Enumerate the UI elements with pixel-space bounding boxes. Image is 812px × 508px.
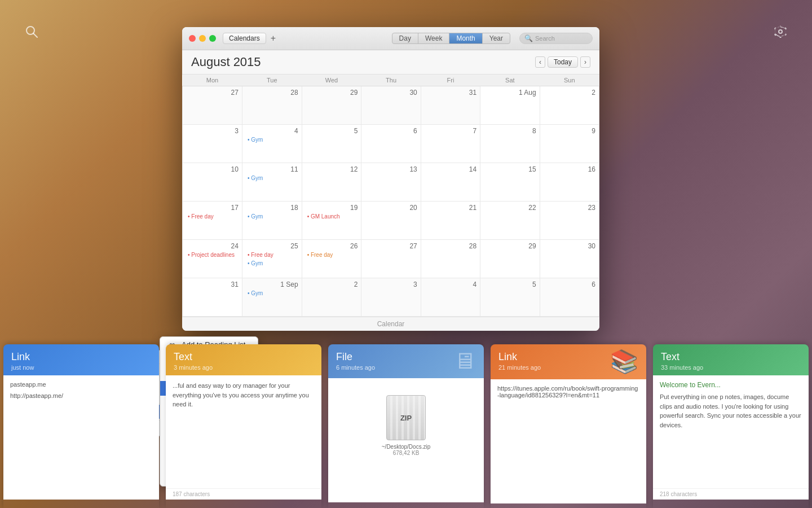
cal-cell[interactable]: 2	[302, 278, 361, 317]
cal-cell[interactable]: 30	[361, 86, 421, 125]
tab-day[interactable]: Day	[392, 33, 418, 43]
close-button[interactable]	[189, 35, 196, 42]
cal-cell[interactable]: 13	[361, 163, 421, 202]
cal-day-number: 6	[544, 281, 595, 288]
cal-day-number: 2	[544, 89, 595, 97]
cal-cell[interactable]: 1 Aug	[480, 86, 540, 125]
gear-icon[interactable]	[774, 25, 787, 41]
cal-cell[interactable]: 25• Free day• Gym	[242, 240, 302, 278]
cal-event[interactable]: • Gym	[246, 136, 298, 143]
cal-day-number: 6	[365, 127, 417, 135]
cal-event[interactable]: • GM Launch	[306, 213, 358, 220]
cal-cell[interactable]: 8	[480, 125, 540, 163]
cal-cell[interactable]: 16	[540, 163, 599, 202]
cal-day-number: 27	[365, 242, 417, 250]
cal-day-number: 24	[186, 242, 239, 250]
day-header-thu: Thu	[361, 75, 421, 86]
cal-cell[interactable]: 23	[540, 202, 599, 240]
cal-cell[interactable]: 27	[183, 86, 242, 125]
cal-cell[interactable]: 4	[421, 278, 480, 317]
tab-year[interactable]: Year	[483, 33, 510, 43]
finder-icon: 🖥	[453, 348, 476, 374]
card-body-1: pasteapp.me http://pasteapp.me/	[3, 375, 159, 500]
cal-cell[interactable]: 31	[421, 86, 480, 125]
cal-cell[interactable]: 15	[480, 163, 540, 202]
cal-cell[interactable]: 4• Gym	[242, 125, 302, 163]
cal-cell[interactable]: 2	[540, 86, 599, 125]
today-button[interactable]: Today	[548, 56, 578, 68]
cal-cell[interactable]: 29	[302, 86, 361, 125]
calendar-search[interactable]: 🔍 Search	[519, 33, 593, 44]
cal-cell[interactable]: 6	[361, 125, 421, 163]
ibooks-icon: 📚	[610, 348, 638, 375]
card-file-3[interactable]: File 6 minutes ago 🖥 ZIP ~/Desktop/Docs.…	[328, 344, 484, 508]
calendar-grid: Mon Tue Wed Thu Fri Sat Sun 27282930311 …	[182, 75, 599, 317]
cal-cell[interactable]: 10	[183, 163, 242, 202]
cal-day-number: 28	[425, 242, 476, 250]
cal-day-number: 15	[484, 165, 536, 173]
cal-cell[interactable]: 28	[421, 240, 480, 278]
cal-cell[interactable]: 20	[361, 202, 421, 240]
fullscreen-button[interactable]	[209, 35, 216, 42]
card-link-4[interactable]: Link 21 minutes ago 📚 https://itunes.app…	[491, 344, 646, 508]
tab-month[interactable]: Month	[449, 33, 482, 43]
cal-cell[interactable]: 11• Gym	[242, 163, 302, 202]
card-body-3: ZIP ~/Desktop/Docs.zip 678,42 KB	[328, 378, 484, 502]
cal-cell[interactable]: 12	[302, 163, 361, 202]
cal-cell[interactable]: 31	[183, 278, 242, 317]
cal-cell[interactable]: 17• Free day	[183, 202, 242, 240]
cal-day-number: 30	[365, 89, 417, 97]
search-icon[interactable]	[25, 25, 38, 41]
next-month-button[interactable]: ›	[580, 56, 590, 68]
cal-day-number: 30	[544, 242, 595, 250]
cal-event[interactable]: • Free day	[246, 251, 298, 259]
cal-cell[interactable]: 5	[480, 278, 540, 317]
cal-cell[interactable]: 26• Free day	[302, 240, 361, 278]
cal-cell[interactable]: 5	[302, 125, 361, 163]
calendars-button[interactable]: Calendars	[223, 33, 266, 44]
cal-cell[interactable]: 6	[540, 278, 599, 317]
cal-day-number: 13	[365, 165, 417, 173]
cal-cell[interactable]: 7	[421, 125, 480, 163]
card-chars-2: 187 characters	[166, 488, 321, 500]
month-year-title: August 2015	[191, 55, 261, 69]
day-header-sun: Sun	[540, 75, 599, 86]
cal-event[interactable]: • Free day	[186, 213, 239, 220]
minimize-button[interactable]	[199, 35, 206, 42]
cal-cell[interactable]: 24• Project deadlines	[183, 240, 242, 278]
cal-day-number: 8	[484, 127, 536, 135]
cal-cell[interactable]: 1 Sep• Gym	[242, 278, 302, 317]
cal-event[interactable]: • Gym	[246, 260, 298, 267]
cal-cell[interactable]: 22	[480, 202, 540, 240]
card-text-5[interactable]: Text 33 minutes ago Welcome to Evern... …	[653, 344, 809, 508]
card-body-2: ...ful and easy way to ory manager for y…	[166, 375, 321, 500]
cal-event[interactable]: • Free day	[306, 251, 358, 259]
card-link-1[interactable]: Link just now pasteapp.me http://pasteap…	[3, 344, 159, 508]
cal-event[interactable]: • Gym	[246, 290, 298, 297]
cal-cell[interactable]: 30	[540, 240, 599, 278]
cal-event[interactable]: • Gym	[246, 174, 298, 182]
cal-cell[interactable]: 14	[421, 163, 480, 202]
day-header-sat: Sat	[480, 75, 540, 86]
card-text-2[interactable]: Text 3 minutes ago ...ful and easy way t…	[166, 344, 321, 508]
cal-event[interactable]: • Project deadlines	[186, 251, 239, 259]
cal-cell[interactable]: 28	[242, 86, 302, 125]
cal-cell[interactable]: 19• GM Launch	[302, 202, 361, 240]
cal-day-number: 4	[246, 127, 298, 135]
cal-cell[interactable]: 3	[183, 125, 242, 163]
cal-day-number: 31	[425, 89, 476, 97]
cal-cell[interactable]: 18• Gym	[242, 202, 302, 240]
prev-month-button[interactable]: ‹	[535, 56, 545, 68]
cal-cell[interactable]: 3	[361, 278, 421, 317]
day-header-fri: Fri	[421, 75, 480, 86]
cal-day-number: 17	[186, 204, 239, 212]
cal-cell[interactable]: 29	[480, 240, 540, 278]
cal-cell[interactable]: 9	[540, 125, 599, 163]
cal-day-number: 31	[186, 281, 239, 288]
cal-cell[interactable]: 27	[361, 240, 421, 278]
add-calendar-button[interactable]: +	[271, 33, 276, 43]
cal-event[interactable]: • Gym	[246, 213, 298, 220]
cal-cell[interactable]: 21	[421, 202, 480, 240]
tab-week[interactable]: Week	[418, 33, 449, 43]
cal-day-number: 21	[425, 204, 476, 212]
